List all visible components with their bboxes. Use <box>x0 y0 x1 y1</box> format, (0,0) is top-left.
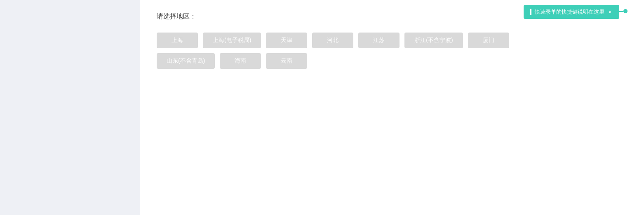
region-button-tianjin[interactable]: 天津 <box>266 33 307 48</box>
region-buttons-row-1: 上海上海(电子税局)天津河北江苏浙江(不含宁波)厦门 <box>157 33 628 48</box>
region-button-xiamen[interactable]: 厦门 <box>468 33 509 48</box>
tooltip-connector-dot <box>623 9 628 13</box>
main-content: 请选择地区： 上海上海(电子税局)天津河北江苏浙江(不含宁波)厦门 山东(不含青… <box>140 0 644 215</box>
tooltip-banner: 快速录单的快捷键说明在这里 × <box>524 5 619 19</box>
region-button-zhejiang[interactable]: 浙江(不含宁波) <box>404 33 463 48</box>
tooltip-close-button[interactable]: × <box>608 9 613 15</box>
region-button-hebei[interactable]: 河北 <box>312 33 353 48</box>
region-button-jiangsu[interactable]: 江苏 <box>358 33 400 48</box>
region-button-shanghai[interactable]: 上海 <box>157 33 198 48</box>
region-button-shandong[interactable]: 山东(不含青岛) <box>157 53 215 69</box>
tooltip-connector-line <box>616 11 623 12</box>
region-button-yunnan[interactable]: 云南 <box>266 53 307 69</box>
tooltip-bar <box>530 9 531 15</box>
region-button-hainan[interactable]: 海南 <box>220 53 261 69</box>
region-button-shanghai-e[interactable]: 上海(电子税局) <box>203 33 261 48</box>
tooltip-text: 快速录单的快捷键说明在这里 <box>535 8 604 16</box>
sidebar <box>0 0 140 215</box>
region-buttons-row-2: 山东(不含青岛)海南云南 <box>157 53 628 69</box>
